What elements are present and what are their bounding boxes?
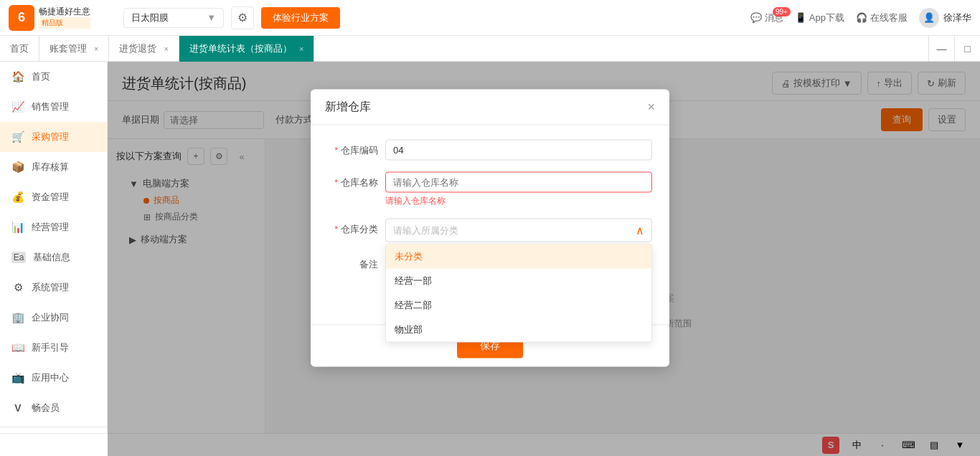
operations-icon: 📊 bbox=[11, 221, 24, 234]
dropdown-item-1[interactable]: 经营一部 bbox=[386, 269, 651, 293]
app-label: App下载 bbox=[809, 11, 844, 24]
trial-button[interactable]: 体验行业方案 bbox=[261, 7, 340, 29]
member-icon: V bbox=[11, 402, 24, 414]
warehouse-category-label: * 仓库分类 bbox=[328, 219, 385, 236]
category-dropdown-arrow: ∧ bbox=[636, 224, 644, 237]
modal-title: 新增仓库 bbox=[325, 100, 371, 115]
sidebar-item-apps[interactable]: 📺 应用中心 bbox=[0, 363, 107, 393]
user-area[interactable]: 👤 徐泽华 bbox=[919, 8, 971, 28]
finance-icon: 💰 bbox=[11, 191, 24, 204]
warehouse-name-input[interactable] bbox=[385, 172, 652, 193]
tab-purchase-return[interactable]: 进货退货 × bbox=[109, 36, 179, 62]
category-selector[interactable]: 请输入所属分类 ∧ bbox=[385, 219, 652, 242]
modal-add-warehouse: 新增仓库 × * 仓库编码 * 仓库名称 请输入仓库名称 bbox=[311, 90, 669, 367]
tab-home[interactable]: 首页 bbox=[0, 36, 39, 62]
message-action[interactable]: 💬 消息 99+ bbox=[750, 11, 783, 24]
form-row-code: * 仓库编码 bbox=[328, 140, 652, 161]
sidebar-item-inventory[interactable]: 📦 库存核算 bbox=[0, 152, 107, 182]
sidebar-item-guide[interactable]: 📖 新手引导 bbox=[0, 333, 107, 363]
store-name: 日太阳膜 bbox=[131, 11, 169, 24]
dropdown-item-3[interactable]: 物业部 bbox=[386, 318, 651, 342]
headset-icon: 🎧 bbox=[856, 12, 867, 23]
modal-close-button[interactable]: × bbox=[647, 100, 655, 115]
warehouse-code-wrap bbox=[385, 140, 652, 161]
gear-icon: ⚙ bbox=[237, 11, 248, 24]
warehouse-code-input[interactable] bbox=[385, 140, 652, 161]
sidebar-item-basic-info[interactable]: Ea 基础信息 bbox=[0, 242, 107, 272]
user-name: 徐泽华 bbox=[943, 11, 971, 24]
sidebar: 🏠 首页 📈 销售管理 🛒 采购管理 📦 库存核算 💰 资金管理 📊 经营管理 … bbox=[0, 62, 108, 456]
logo-icon: 6 bbox=[9, 5, 34, 31]
home-icon: 🏠 bbox=[11, 70, 24, 83]
apps-icon: 📺 bbox=[11, 371, 24, 384]
tab-controls: — □ bbox=[928, 36, 980, 62]
inventory-icon: 📦 bbox=[11, 161, 24, 174]
modal-body: * 仓库编码 * 仓库名称 请输入仓库名称 * 仓库分类 bbox=[311, 125, 669, 325]
basic-info-icon: Ea bbox=[11, 252, 26, 263]
message-icon: 💬 bbox=[750, 12, 762, 23]
purchase-icon: 🛒 bbox=[11, 130, 24, 143]
sidebar-item-finance[interactable]: 💰 资金管理 bbox=[0, 182, 107, 212]
service-action[interactable]: 🎧 在线客服 bbox=[856, 11, 908, 24]
dropdown-item-0[interactable]: 未分类 bbox=[386, 244, 651, 269]
warehouse-code-label: * 仓库编码 bbox=[328, 140, 385, 157]
store-dropdown-arrow: ▼ bbox=[207, 12, 216, 23]
service-label: 在线客服 bbox=[870, 11, 908, 24]
sidebar-item-system[interactable]: ⚙ 系统管理 bbox=[0, 272, 107, 303]
warehouse-name-error: 请输入仓库名称 bbox=[385, 195, 652, 207]
sales-icon: 📈 bbox=[11, 100, 24, 113]
form-row-name: * 仓库名称 请输入仓库名称 bbox=[328, 172, 652, 207]
tab-expand-button[interactable]: □ bbox=[954, 36, 980, 62]
logo-name: 畅捷通好生意 bbox=[39, 6, 90, 18]
message-badge: 99+ bbox=[773, 7, 791, 16]
logo-badge: 精品版 bbox=[39, 17, 90, 29]
tab-bar: 首页 账套管理 × 进货退货 × 进货单统计表（按商品） × — □ bbox=[0, 36, 980, 62]
close-tab-account[interactable]: × bbox=[94, 44, 98, 53]
warehouse-name-wrap: 请输入仓库名称 bbox=[385, 172, 652, 207]
store-selector[interactable]: 日太阳膜 ▼ bbox=[123, 8, 224, 28]
settings-button[interactable]: ⚙ bbox=[231, 6, 254, 29]
sidebar-item-operations[interactable]: 📊 经营管理 bbox=[0, 212, 107, 242]
tab-collapse-button[interactable]: — bbox=[928, 36, 954, 62]
warehouse-category-wrap: 请输入所属分类 ∧ 未分类 经营一部 经营二部 物业部 bbox=[385, 219, 652, 242]
dropdown-item-2[interactable]: 经营二部 bbox=[386, 293, 651, 318]
tab-account[interactable]: 账套管理 × bbox=[39, 36, 109, 62]
sidebar-item-member[interactable]: V 畅会员 bbox=[0, 393, 107, 423]
enterprise-icon: 🏢 bbox=[11, 311, 24, 324]
avatar: 👤 bbox=[919, 8, 939, 28]
top-header: 6 畅捷通好生意 精品版 日太阳膜 ▼ ⚙ 体验行业方案 💬 消息 99+ 📱 … bbox=[0, 0, 980, 36]
app-download-action[interactable]: 📱 App下载 bbox=[795, 11, 844, 24]
sidebar-item-purchase[interactable]: 🛒 采购管理 bbox=[0, 122, 107, 152]
category-placeholder: 请输入所属分类 bbox=[393, 224, 458, 237]
system-icon: ⚙ bbox=[11, 281, 24, 294]
guide-icon: 📖 bbox=[11, 341, 24, 354]
modal-header: 新增仓库 × bbox=[311, 90, 669, 125]
close-tab-purchase-stats[interactable]: × bbox=[299, 44, 303, 53]
category-dropdown-list: 未分类 经营一部 经营二部 物业部 bbox=[385, 244, 652, 343]
logo-area: 6 畅捷通好生意 精品版 bbox=[9, 5, 116, 31]
header-right: 💬 消息 99+ 📱 App下载 🎧 在线客服 👤 徐泽华 bbox=[750, 8, 971, 28]
sidebar-item-enterprise[interactable]: 🏢 企业协同 bbox=[0, 303, 107, 333]
tab-purchase-stats[interactable]: 进货单统计表（按商品） × bbox=[179, 36, 314, 62]
sidebar-item-sales[interactable]: 📈 销售管理 bbox=[0, 92, 107, 122]
close-tab-purchase-return[interactable]: × bbox=[164, 44, 168, 53]
notes-label: 备注 bbox=[328, 254, 385, 271]
sidebar-item-home[interactable]: 🏠 首页 bbox=[0, 62, 107, 92]
form-row-category: * 仓库分类 请输入所属分类 ∧ 未分类 经营一部 经营二部 物业部 bbox=[328, 219, 652, 242]
app-icon: 📱 bbox=[795, 12, 806, 23]
warehouse-name-label: * 仓库名称 bbox=[328, 172, 385, 189]
